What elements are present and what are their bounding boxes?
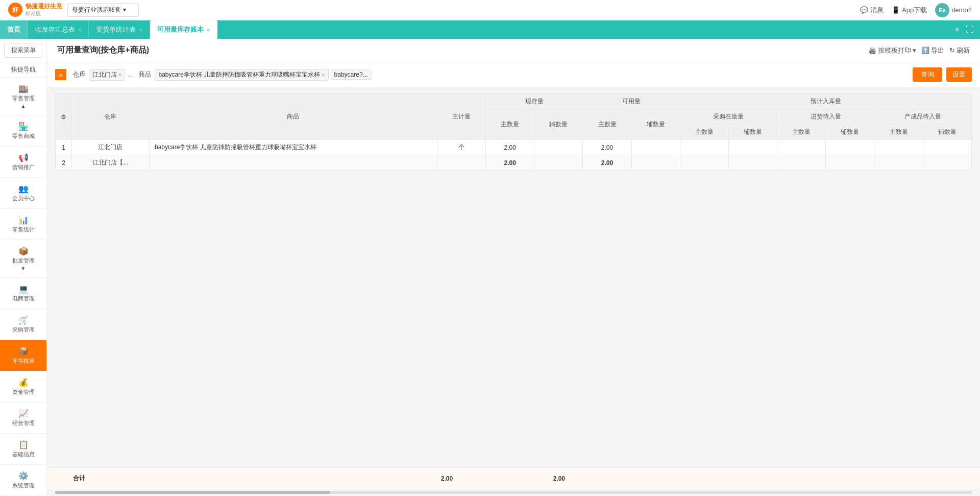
scroll-thumb[interactable] xyxy=(55,491,330,494)
table-container: ⚙ 仓库 商品 主计量 现存量 可用量 预计入库量 主数量 辅数量 主数量 辅数… xyxy=(47,87,980,467)
sidebar-item-operations[interactable]: 📈 经营管理 xyxy=(0,403,46,434)
row2-pur-aux xyxy=(728,155,777,171)
sidebar-item-retail-mall[interactable]: 🏪 零售商城 xyxy=(0,115,46,147)
finance-icon: 💰 xyxy=(18,377,29,387)
tab-bar-actions: × ⛶ xyxy=(949,20,980,39)
warehouse-filter-group: 仓库 江北门店 × ... xyxy=(72,69,132,81)
industry-selector[interactable]: 母婴行业演示账套 ▾ xyxy=(67,3,139,17)
refresh-label: 刷新 xyxy=(957,46,970,55)
print-btn[interactable]: 🖨️ 按模板打印 ▾ xyxy=(868,46,916,55)
warehouse-more[interactable]: ... xyxy=(127,71,132,78)
quick-nav-btn[interactable]: 快捷导航 xyxy=(0,62,46,78)
chevron-down-icon: ▾ xyxy=(123,6,126,13)
tab-home[interactable]: 首页 xyxy=(0,20,28,39)
inventory-icon: 📦 xyxy=(18,346,29,356)
col-warehouse: 仓库 xyxy=(72,94,150,140)
sidebar-search-area: 搜索菜单 xyxy=(0,39,46,62)
user-area[interactable]: Ea demo2 xyxy=(935,3,972,17)
top-bar-left: 好 畅捷通好生意 标准版 母婴行业演示账套 ▾ xyxy=(8,3,139,17)
tab-available-stock-close[interactable]: × xyxy=(207,27,210,33)
sidebar-item-ecommerce[interactable]: 💻 电商管理 xyxy=(0,278,46,309)
warehouse-tag[interactable]: 江北门店 × xyxy=(89,69,125,81)
message-btn[interactable]: 💬 消息 xyxy=(860,6,884,15)
filter-bar: » 仓库 江北门店 × ... 商品 babycare学饮杯 儿童防摔防撞吸管杯… xyxy=(47,62,980,87)
query-btn[interactable]: 查询 xyxy=(913,67,942,82)
expand-wholesale-icon: ▼ xyxy=(21,266,26,271)
row1-seq: 1 xyxy=(56,140,72,155)
sidebar-item-system[interactable]: ⚙️ 系统管理 xyxy=(0,465,46,496)
filter-toggle-btn[interactable]: » xyxy=(55,69,66,80)
tab-available-stock-label: 可用量库存账本 xyxy=(157,25,204,34)
scroll-bar-area xyxy=(47,489,980,496)
search-menu-btn[interactable]: 搜索菜单 xyxy=(4,43,42,58)
row2-unit xyxy=(437,155,485,171)
footer-inbound-aux xyxy=(812,471,868,486)
sidebar-item-finance[interactable]: 💰 资金管理 xyxy=(0,371,46,403)
tab-receipt[interactable]: 收发存汇总表 × xyxy=(28,20,89,39)
marketing-icon: 📢 xyxy=(18,153,29,162)
col-group-production-pending: 产成品待入量 xyxy=(874,109,972,125)
username: demo2 xyxy=(951,6,972,14)
operations-icon: 📈 xyxy=(18,409,29,418)
sidebar-item-basic-info[interactable]: 📋 基础信息 xyxy=(0,434,46,465)
footer-pur-main xyxy=(643,471,699,486)
export-btn[interactable]: ⬆️ 导出 xyxy=(921,46,944,55)
row1-inbound-main xyxy=(777,140,826,155)
warehouse-tag-close[interactable]: × xyxy=(118,72,121,78)
print-icon: 🖨️ xyxy=(868,46,876,54)
footer-label: 合计 xyxy=(68,471,124,486)
sidebar-item-marketing[interactable]: 📢 营销推广 xyxy=(0,147,46,178)
sidebar-item-retail-stats[interactable]: 📊 零售统计 xyxy=(0,209,46,240)
row1-available-aux xyxy=(631,140,680,155)
product-tag1-text: babycare学饮杯 儿童防摔防撞吸管杯重力球吸嘴杯宝宝水杯 xyxy=(158,70,320,79)
col-product: 商品 xyxy=(149,94,437,140)
tab-order-stats-close[interactable]: × xyxy=(139,27,142,33)
warehouse-tag-text: 江北门店 xyxy=(92,70,117,79)
tab-expand-btn[interactable]: ⛶ xyxy=(964,24,976,35)
app-label: App下载 xyxy=(902,6,927,15)
tab-available-stock[interactable]: 可用量库存账本 × xyxy=(150,20,217,39)
app-download-btn[interactable]: 📱 App下载 xyxy=(892,6,927,15)
settings-btn[interactable]: 设置 xyxy=(946,67,972,82)
col-prod-main: 主数量 xyxy=(874,125,923,140)
col-group-current: 现存量 xyxy=(486,94,583,109)
tab-order-stats-label: 要货单统计表 xyxy=(96,25,136,34)
sidebar-item-retail-mgmt[interactable]: 🏬 零售管理 ▲ xyxy=(0,78,46,115)
footer-table: 合计 2.00 2.00 xyxy=(47,471,980,486)
product-tag1[interactable]: babycare学饮杯 儿童防摔防撞吸管杯重力球吸嘴杯宝宝水杯 × xyxy=(155,69,328,81)
footer-current-main: 2.00 xyxy=(419,471,475,486)
logo-text: 畅捷通好生意 xyxy=(26,3,62,10)
col-prod-aux: 辅数量 xyxy=(923,125,971,140)
retail-mgmt-icon: 🏬 xyxy=(18,84,29,93)
col-current-main: 主数量 xyxy=(486,109,534,140)
wholesale-icon: 📦 xyxy=(18,246,29,256)
footer-row: 合计 2.00 2.00 xyxy=(47,471,980,486)
product-tag2-text: babycare?... xyxy=(334,71,368,78)
main-layout: 搜索菜单 快捷导航 🏬 零售管理 ▲ 🏪 零售商城 📢 营销推广 👥 会员中心 … xyxy=(0,39,980,496)
purchase-icon: 🛒 xyxy=(18,315,29,325)
logo-area: 好 畅捷通好生意 标准版 xyxy=(8,3,62,17)
refresh-btn[interactable]: ↻ 刷新 xyxy=(949,46,970,55)
basic-info-icon: 📋 xyxy=(18,440,29,450)
retail-stats-icon: 📊 xyxy=(18,215,29,225)
col-unit: 主计量 xyxy=(437,94,485,140)
col-settings[interactable]: ⚙ xyxy=(56,94,72,140)
table-footer: 合计 2.00 2.00 xyxy=(47,467,980,489)
sidebar-item-wholesale[interactable]: 📦 批发管理 ▼ xyxy=(0,240,46,278)
tab-bar-spacer xyxy=(217,20,948,39)
product-filter-label: 商品 xyxy=(138,70,152,79)
tab-order-stats[interactable]: 要货单统计表 × xyxy=(89,20,150,39)
warehouse-filter-tags: 江北门店 × ... xyxy=(89,69,132,81)
footer-pur-aux xyxy=(699,471,755,486)
tab-close-all-btn[interactable]: × xyxy=(953,24,962,35)
product-tag2[interactable]: babycare?... xyxy=(331,69,372,80)
footer-prod-aux xyxy=(924,471,980,486)
sidebar-item-member[interactable]: 👥 会员中心 xyxy=(0,178,46,209)
product-tag1-close[interactable]: × xyxy=(322,72,325,78)
scroll-track[interactable] xyxy=(55,491,972,494)
tab-receipt-close[interactable]: × xyxy=(78,27,81,33)
row1-prod-main xyxy=(874,140,923,155)
sidebar-item-purchase[interactable]: 🛒 采购管理 xyxy=(0,309,46,340)
logo-texts: 畅捷通好生意 标准版 xyxy=(26,3,62,17)
sidebar-item-inventory[interactable]: 📦 库存核算 xyxy=(0,340,46,371)
